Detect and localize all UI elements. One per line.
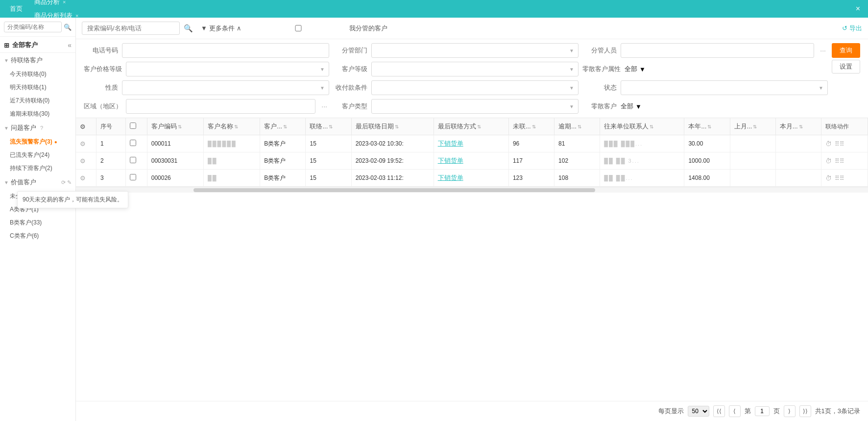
payment-select[interactable]: ▼ [371, 80, 579, 95]
col-header-thisMonth[interactable]: 本月...⇅ [775, 118, 821, 135]
sidebar-item-0-2[interactable]: 近7天待联络(0) [0, 94, 75, 107]
price-level-select[interactable]: ▼ [126, 62, 329, 76]
dept-select[interactable]: ▼ [371, 43, 579, 58]
customer-level-select[interactable]: ▼ [371, 62, 579, 76]
next-page-button[interactable]: ⟩ [784, 405, 796, 417]
action-more-icon[interactable]: ⠿⠿ [835, 174, 844, 182]
retail-customer-select[interactable]: 全部 ▼ [621, 102, 828, 111]
sidebar-group-1[interactable]: ▼问题客户? [0, 121, 75, 135]
checkbox-column-header[interactable] [125, 118, 147, 135]
row-actions[interactable]: ⏱⠿⠿ [821, 170, 868, 187]
row-actions[interactable]: ⏱⠿⠿ [821, 152, 868, 170]
row-checkbox[interactable] [130, 140, 136, 146]
row-last-contact-way[interactable]: 下销货单 [434, 170, 508, 187]
row-settings-icon[interactable]: ⚙ [80, 174, 86, 182]
row-settings[interactable]: ⚙ [76, 152, 96, 170]
col-header-unitContact[interactable]: 往来单位联系人⇅ [600, 118, 684, 135]
first-page-button[interactable]: ⟨⟨ [713, 405, 725, 417]
col-header-thisYear[interactable]: 本年...⇅ [684, 118, 730, 135]
row-last-contact-way[interactable]: 下销货单 [434, 135, 508, 152]
tab-close-icon[interactable]: × [63, 0, 66, 5]
settings-column-header[interactable]: ⚙ [76, 118, 96, 135]
col-header-uncontact[interactable]: 未联...⇅ [508, 118, 554, 135]
row-checkbox[interactable] [130, 174, 136, 180]
sidebar-item-1-0[interactable]: 流失预警客户(3)● [0, 135, 75, 149]
nature-select[interactable]: ▼ [122, 80, 329, 95]
sidebar-search-input[interactable] [4, 22, 62, 32]
row-settings-icon[interactable]: ⚙ [80, 157, 86, 165]
per-page-select[interactable]: 50 [688, 406, 709, 417]
more-filter-button[interactable]: ▼ 更多条件 ∧ [197, 22, 245, 35]
export-button[interactable]: ↺ 导出 [842, 24, 862, 33]
row-checkbox-cell[interactable] [125, 152, 147, 170]
page-number-input[interactable] [755, 406, 770, 416]
data-table: ⚙序号客户编码⇅客户名称⇅客户...⇅联络...⇅最后联络日期⇅最后联络方式⇅未… [76, 118, 868, 187]
sidebar-item-0-0[interactable]: 今天待联络(0) [0, 68, 75, 81]
home-tab[interactable]: 首页 [4, 4, 28, 13]
group-action-icons[interactable]: ⟳ ✎ [61, 179, 72, 186]
settings-button[interactable]: 设置 [832, 60, 860, 74]
query-button[interactable]: 查询 [832, 43, 860, 58]
col-header-contact[interactable]: 联络...⇅ [306, 118, 351, 135]
col-header-name[interactable]: 客户名称⇅ [204, 118, 260, 135]
phone-input[interactable] [122, 43, 329, 58]
row-contact: 15 [306, 135, 351, 152]
region-select[interactable] [126, 99, 315, 114]
group-help-icon[interactable]: ? [40, 125, 43, 131]
nav-tab-商品分析[interactable]: 商品分析× [28, 0, 84, 9]
row-settings-icon[interactable]: ⚙ [80, 140, 86, 148]
row-last-contact-way[interactable]: 下销货单 [434, 152, 508, 170]
col-header-code[interactable]: 客户编码⇅ [147, 118, 203, 135]
col-header-overdue[interactable]: 逾期...⇅ [555, 118, 600, 135]
retail-attr-select[interactable]: 全部 ▼ [625, 65, 828, 74]
contact-way-link[interactable]: 下销货单 [438, 140, 463, 147]
all-customers-header: ⊞ 全部客户 « [0, 37, 75, 53]
status-select[interactable]: ▼ [621, 80, 828, 95]
sidebar-item-1-1[interactable]: 已流失客户(24) [0, 149, 75, 162]
row-checkbox-cell[interactable] [125, 170, 147, 187]
col-header-lastContactDate[interactable]: 最后联络日期⇅ [351, 118, 434, 135]
row-settings[interactable]: ⚙ [76, 135, 96, 152]
select-all-checkbox[interactable] [130, 123, 136, 129]
settings-icon[interactable]: ⚙ [80, 123, 86, 130]
region-more[interactable]: ··· [319, 102, 329, 110]
contact-way-link[interactable]: 下销货单 [438, 174, 463, 181]
sidebar-item-2-2[interactable]: B类客户(33) [0, 216, 75, 229]
action-more-icon[interactable]: ⠿⠿ [835, 157, 844, 165]
sidebar-group-0[interactable]: ▼待联络客户 [0, 53, 75, 68]
row-settings[interactable]: ⚙ [76, 170, 96, 187]
action-clock-icon[interactable]: ⏱ [825, 140, 832, 148]
customer-type-select[interactable]: ▼ [371, 99, 579, 114]
row-actions[interactable]: ⏱⠿⠿ [821, 135, 868, 152]
sidebar-item-1-2[interactable]: 持续下滑客户(2) [0, 162, 75, 175]
sidebar-group-2[interactable]: ▼价值客户⟳ ✎ [0, 175, 75, 190]
group-arrow: ▼ [4, 180, 9, 185]
person-more[interactable]: ··· [818, 47, 828, 54]
collapse-button[interactable]: « [68, 41, 72, 49]
sidebar-item-0-3[interactable]: 逾期未联络(30) [0, 107, 75, 121]
scroll-thumb[interactable] [193, 188, 595, 192]
search-input[interactable] [82, 22, 180, 35]
prev-page-button[interactable]: ⟨ [729, 405, 741, 417]
col-header-lastContactWay[interactable]: 最后联络方式⇅ [434, 118, 508, 135]
scroll-track[interactable] [76, 187, 868, 193]
my-customers-checkbox-label[interactable]: 我分管的客户 [249, 24, 387, 33]
col-label-contact: 联络... [310, 123, 328, 130]
row-checkbox-cell[interactable] [125, 135, 147, 152]
filter-row-3: 性质 ▼ 收付款条件 ▼ [84, 80, 828, 95]
col-header-type[interactable]: 客户...⇅ [260, 118, 306, 135]
row-checkbox[interactable] [130, 157, 136, 163]
action-more-icon[interactable]: ⠿⠿ [835, 140, 844, 148]
action-clock-icon[interactable]: ⏱ [825, 174, 832, 182]
sidebar-item-2-3[interactable]: C类客户(6) [0, 229, 75, 243]
person-select[interactable] [621, 43, 814, 58]
action-clock-icon[interactable]: ⏱ [825, 157, 832, 165]
my-customers-checkbox[interactable] [249, 25, 347, 31]
search-button[interactable]: 🔍 [184, 24, 193, 33]
all-customers-label[interactable]: 全部客户 [12, 41, 38, 50]
col-header-lastMonth[interactable]: 上月...⇅ [730, 118, 775, 135]
close-all-button[interactable]: × [852, 4, 864, 13]
last-page-button[interactable]: ⟩⟩ [799, 405, 811, 417]
sidebar-item-0-1[interactable]: 明天待联络(1) [0, 81, 75, 94]
contact-way-link[interactable]: 下销货单 [438, 157, 463, 164]
